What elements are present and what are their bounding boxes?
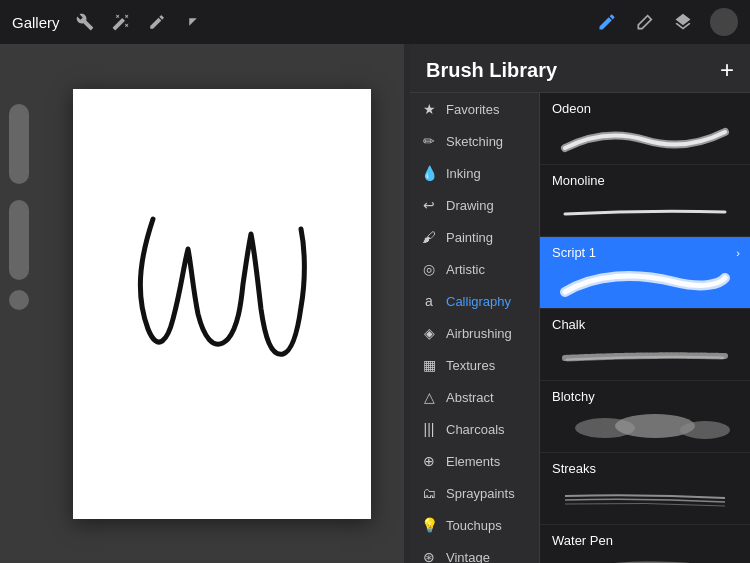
brush-list: Odeon Monoline Script 1 › Chalk Blotchy … [540, 93, 750, 563]
category-item-favorites[interactable]: ★ Favorites [410, 93, 539, 125]
category-item-calligraphy[interactable]: a Calligraphy [410, 285, 539, 317]
category-label-textures: Textures [446, 358, 495, 373]
brush-name-monoline: Monoline [552, 173, 738, 188]
category-label-touchups: Touchups [446, 518, 502, 533]
brush-stroke-streaks [552, 480, 738, 516]
brush-item-chalk[interactable]: Chalk [540, 309, 750, 381]
brush-library-header: Brush Library + [410, 44, 750, 93]
brush-item-odeon[interactable]: Odeon [540, 93, 750, 165]
eraser-icon[interactable] [634, 11, 656, 33]
category-label-sketching: Sketching [446, 134, 503, 149]
category-item-inking[interactable]: 💧 Inking [410, 157, 539, 189]
magic-icon[interactable] [110, 11, 132, 33]
brush-stroke-monoline [552, 192, 738, 228]
brush-item-script1[interactable]: Script 1 › [540, 237, 750, 309]
cat-icon-charcoals: ||| [420, 420, 438, 438]
toolbar-left: Gallery [12, 11, 204, 33]
toolbar-right [596, 8, 738, 36]
category-label-abstract: Abstract [446, 390, 494, 405]
side-tools: ↩ [0, 88, 38, 563]
cat-icon-abstract: △ [420, 388, 438, 406]
brush-library: Brush Library + ★ Favorites ✏ Sketching … [410, 44, 750, 563]
toolbar: Gallery [0, 0, 750, 44]
brush-name-streaks: Streaks [552, 461, 738, 476]
category-label-spraypaints: Spraypaints [446, 486, 515, 501]
brush-item-waterpen[interactable]: Water Pen [540, 525, 750, 563]
category-item-vintage[interactable]: ⊛ Vintage [410, 541, 539, 563]
gallery-button[interactable]: Gallery [12, 14, 60, 31]
brush-stroke-waterpen [552, 552, 738, 563]
brush-item-streaks[interactable]: Streaks [540, 453, 750, 525]
brush-stroke-chalk [552, 336, 738, 372]
category-label-airbrushing: Airbrushing [446, 326, 512, 341]
brush-stroke-odeon [552, 120, 738, 156]
brush-name-odeon: Odeon [552, 101, 738, 116]
layers-icon[interactable] [672, 11, 694, 33]
category-item-elements[interactable]: ⊕ Elements [410, 445, 539, 477]
svg-point-2 [680, 421, 730, 439]
category-list: ★ Favorites ✏ Sketching 💧 Inking ↩ Drawi… [410, 93, 540, 563]
cat-icon-artistic: ◎ [420, 260, 438, 278]
brush-item-blotchy[interactable]: Blotchy [540, 381, 750, 453]
category-item-textures[interactable]: ▦ Textures [410, 349, 539, 381]
brush-name-chalk: Chalk [552, 317, 738, 332]
brush-edit-icon[interactable]: › [736, 247, 740, 259]
arrow-icon[interactable] [182, 11, 204, 33]
category-label-painting: Painting [446, 230, 493, 245]
canvas-area: ↩ [0, 44, 404, 563]
color-swatch[interactable] [9, 290, 29, 310]
category-label-artistic: Artistic [446, 262, 485, 277]
cat-icon-elements: ⊕ [420, 452, 438, 470]
wrench-icon[interactable] [74, 11, 96, 33]
brush-stroke-blotchy [552, 408, 738, 444]
cat-icon-spraypaints: 🗂 [420, 484, 438, 502]
brush-stroke-script1 [552, 264, 738, 300]
cat-icon-textures: ▦ [420, 356, 438, 374]
canvas-paper [73, 89, 371, 519]
category-item-artistic[interactable]: ◎ Artistic [410, 253, 539, 285]
brush-library-title: Brush Library [426, 59, 557, 82]
brush-name-waterpen: Water Pen [552, 533, 738, 548]
add-brush-button[interactable]: + [720, 58, 734, 82]
category-item-spraypaints[interactable]: 🗂 Spraypaints [410, 477, 539, 509]
size-slider[interactable] [9, 200, 29, 280]
cat-icon-vintage: ⊛ [420, 548, 438, 563]
opacity-slider[interactable] [9, 104, 29, 184]
brush-item-monoline[interactable]: Monoline [540, 165, 750, 237]
category-item-drawing[interactable]: ↩ Drawing [410, 189, 539, 221]
cat-icon-favorites: ★ [420, 100, 438, 118]
cat-icon-drawing: ↩ [420, 196, 438, 214]
cat-icon-airbrushing: ◈ [420, 324, 438, 342]
brush-name-blotchy: Blotchy [552, 389, 738, 404]
category-item-painting[interactable]: 🖌 Painting [410, 221, 539, 253]
category-item-charcoals[interactable]: ||| Charcoals [410, 413, 539, 445]
cat-icon-painting: 🖌 [420, 228, 438, 246]
avatar[interactable] [710, 8, 738, 36]
brush-name-script1: Script 1 [552, 245, 738, 260]
category-item-sketching[interactable]: ✏ Sketching [410, 125, 539, 157]
pencil-icon[interactable] [596, 11, 618, 33]
category-item-touchups[interactable]: 💡 Touchups [410, 509, 539, 541]
category-label-drawing: Drawing [446, 198, 494, 213]
cat-icon-inking: 💧 [420, 164, 438, 182]
category-label-inking: Inking [446, 166, 481, 181]
cat-icon-sketching: ✏ [420, 132, 438, 150]
cat-icon-calligraphy: a [420, 292, 438, 310]
category-item-airbrushing[interactable]: ◈ Airbrushing [410, 317, 539, 349]
category-label-calligraphy: Calligraphy [446, 294, 511, 309]
category-label-vintage: Vintage [446, 550, 490, 564]
category-label-charcoals: Charcoals [446, 422, 505, 437]
category-label-elements: Elements [446, 454, 500, 469]
category-label-favorites: Favorites [446, 102, 499, 117]
canvas-drawing [73, 89, 371, 519]
cat-icon-touchups: 💡 [420, 516, 438, 534]
category-item-abstract[interactable]: △ Abstract [410, 381, 539, 413]
script-icon[interactable] [146, 11, 168, 33]
brush-library-content: ★ Favorites ✏ Sketching 💧 Inking ↩ Drawi… [410, 93, 750, 563]
